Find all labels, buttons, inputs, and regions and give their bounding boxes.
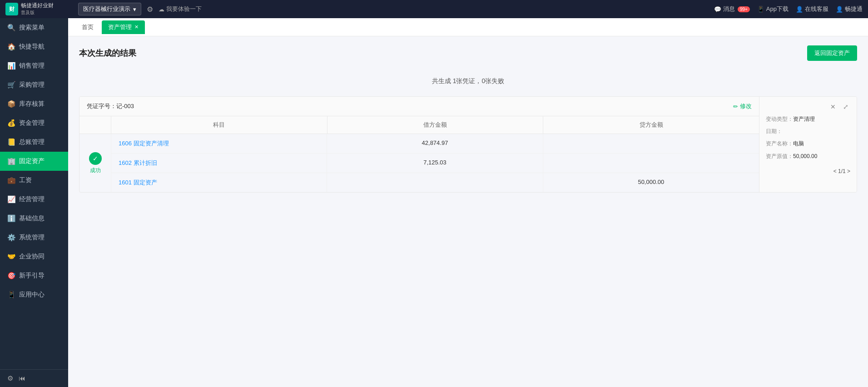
- sidebar-item-sales[interactable]: 📊 销售管理: [0, 56, 68, 75]
- voucher-number-label: 凭证字号：: [87, 103, 116, 109]
- funds-icon: 💰: [7, 119, 15, 127]
- sidebar-item-label: 快捷导航: [19, 43, 45, 51]
- chevron-down-icon: ▾: [133, 6, 136, 13]
- status-success-icon: ✓: [89, 152, 102, 165]
- close-panel-icon[interactable]: ✕: [828, 102, 838, 111]
- sidebar-item-label: 应用中心: [19, 291, 45, 299]
- sidebar-item-guide[interactable]: 🎯 新手引导: [0, 266, 68, 285]
- credit-cell: 50,000.00: [543, 173, 759, 192]
- sidebar: 🔍 搜索菜单 🏠 快捷导航 📊 销售管理 🛒 采购管理 📦 库存核算 💰: [0, 18, 68, 387]
- inventory-icon: 📦: [7, 100, 15, 108]
- original-value-label: 资产原值：: [766, 152, 793, 161]
- message-icon: 💬: [714, 6, 721, 13]
- sidebar-item-funds[interactable]: 💰 资金管理: [0, 114, 68, 133]
- app-version: 普及版: [21, 10, 54, 16]
- sidebar-bottom: ⚙ ⏮: [0, 369, 68, 387]
- app-center-icon: 📱: [7, 291, 15, 299]
- messages-badge: 99: [738, 6, 750, 12]
- logo-area: 财 畅捷通好业财 普及版: [5, 2, 74, 16]
- tab-close-icon[interactable]: ✕: [134, 25, 139, 30]
- debit-cell: [327, 173, 543, 192]
- search-icon: 🔍: [7, 24, 15, 32]
- pagination[interactable]: < 1/1 >: [766, 164, 850, 176]
- operations-icon: 📈: [7, 195, 15, 203]
- messages-button[interactable]: 💬 消息 99: [714, 5, 750, 13]
- table-row: 1606 固定资产清理 42,874.97: [111, 134, 759, 154]
- home-icon: 🏠: [7, 43, 15, 51]
- enterprise-icon: 🤝: [7, 253, 15, 261]
- guide-icon: 🎯: [7, 272, 15, 280]
- credit-cell: [543, 134, 759, 153]
- info-panel: ✕ ⤢ 变动类型： 资产清理 日期： 资产名称： 电脑: [759, 97, 857, 192]
- sidebar-item-label: 销售管理: [19, 62, 45, 70]
- tab-label: 资产管理: [108, 23, 132, 31]
- download-icon: 📱: [757, 6, 764, 13]
- return-button[interactable]: 返回固定资产: [807, 45, 857, 61]
- sidebar-item-system[interactable]: ⚙️ 系统管理: [0, 228, 68, 247]
- table-row: 1602 累计折旧 7,125.03: [111, 154, 759, 173]
- debit-cell: 42,874.97: [327, 134, 543, 153]
- sidebar-item-label: 固定资产: [19, 157, 45, 165]
- table-header: 科目 借方金额 贷方金额: [79, 116, 759, 134]
- sidebar-item-purchase[interactable]: 🛒 采购管理: [0, 75, 68, 94]
- col-subject: 科目: [111, 116, 327, 134]
- basic-info-icon: ℹ️: [7, 214, 15, 223]
- sidebar-item-label: 企业协同: [19, 253, 45, 261]
- sidebar-item-search[interactable]: 🔍 搜索菜单: [0, 18, 68, 37]
- company-name: 医疗器械行业演示: [83, 5, 130, 13]
- sidebar-item-app-center[interactable]: 📱 应用中心: [0, 285, 68, 304]
- experience-label: 我要体验一下: [166, 5, 202, 13]
- tab-asset-management[interactable]: 资产管理 ✕: [102, 20, 145, 34]
- subject-link[interactable]: 1606 固定资产清理: [119, 140, 169, 147]
- sidebar-item-operations[interactable]: 📈 经营管理: [0, 190, 68, 209]
- rows-container: 1606 固定资产清理 42,874.97 1602 累计折旧 7,125.03…: [111, 134, 759, 192]
- col-debit: 借方金额: [327, 116, 544, 134]
- header-right: 💬 消息 99 📱 App下载 👤 在线客服 👤 畅捷通: [714, 5, 863, 13]
- collapse-icon[interactable]: ⏮: [19, 374, 25, 382]
- sales-icon: 📊: [7, 62, 15, 70]
- date-row: 日期：: [766, 127, 850, 136]
- online-service-button[interactable]: 👤 在线客服: [796, 5, 828, 13]
- subject-link[interactable]: 1602 累计折旧: [119, 159, 157, 166]
- sidebar-item-basic-info[interactable]: ℹ️ 基础信息: [0, 209, 68, 228]
- company-selector[interactable]: 医疗器械行业演示 ▾: [78, 3, 141, 15]
- user-avatar[interactable]: 👤 畅捷通: [836, 5, 863, 13]
- credit-cell: [543, 154, 759, 173]
- purchase-icon: 🛒: [7, 81, 15, 89]
- sidebar-item-label: 基础信息: [19, 214, 45, 223]
- sidebar-item-enterprise[interactable]: 🤝 企业协同: [0, 247, 68, 266]
- online-service-label: 在线客服: [805, 5, 828, 13]
- app-download-button[interactable]: 📱 App下载: [757, 5, 789, 13]
- ledger-icon: 📒: [7, 138, 15, 146]
- settings-icon[interactable]: ⚙: [145, 3, 155, 15]
- sidebar-item-fixed-assets[interactable]: 🏢 固定资产: [0, 152, 68, 171]
- app-name: 畅捷通好业财: [21, 2, 54, 10]
- edit-label: 修改: [740, 102, 752, 110]
- sidebar-item-label: 总账管理: [19, 138, 45, 146]
- voucher-table-area: 凭证字号：记-003 ✏ 修改 科目 借方金额 贷方金额: [79, 97, 759, 192]
- fixed-assets-icon: 🏢: [7, 157, 15, 165]
- sidebar-item-quick-nav[interactable]: 🏠 快捷导航: [0, 37, 68, 56]
- sidebar-item-payroll[interactable]: 💼 工资: [0, 171, 68, 190]
- voucher-number: 凭证字号：记-003: [87, 102, 134, 110]
- voucher-edit-button[interactable]: ✏ 修改: [733, 102, 752, 110]
- sidebar-item-label: 搜索菜单: [19, 24, 45, 32]
- experience-button[interactable]: ☁ 我要体验一下: [159, 5, 202, 13]
- page-header: 本次生成的结果 返回固定资产: [79, 45, 857, 61]
- settings-bottom-icon[interactable]: ⚙: [7, 374, 13, 382]
- main-layout: 🔍 搜索菜单 🏠 快捷导航 📊 销售管理 🛒 采购管理 📦 库存核算 💰: [0, 18, 868, 387]
- panel-controls: ✕ ⤢: [766, 102, 850, 111]
- cloud-icon: ☁: [159, 6, 164, 13]
- subject-cell: 1606 固定资产清理: [111, 134, 327, 153]
- table-body: ✓ 成功 1606 固定资产清理 42,874.97 1602 累计折旧: [79, 134, 759, 192]
- avatar-icon: 👤: [836, 6, 843, 13]
- subject-link[interactable]: 1601 固定资产: [119, 179, 157, 186]
- sidebar-item-ledger[interactable]: 📒 总账管理: [0, 133, 68, 152]
- tab-home[interactable]: 首页: [75, 20, 100, 35]
- sidebar-item-label: 系统管理: [19, 233, 45, 242]
- system-icon: ⚙️: [7, 233, 15, 242]
- voucher-card: 凭证字号：记-003 ✏ 修改 科目 借方金额 贷方金额: [79, 96, 857, 193]
- content-area: 首页 资产管理 ✕ 本次生成的结果 返回固定资产 共生成 1张凭证，0张失败: [68, 18, 868, 387]
- expand-panel-icon[interactable]: ⤢: [841, 102, 850, 111]
- sidebar-item-inventory[interactable]: 📦 库存核算: [0, 94, 68, 114]
